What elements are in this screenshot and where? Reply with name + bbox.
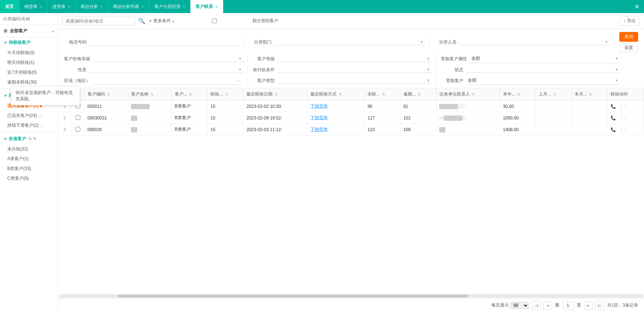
sort-icon-person[interactable]: ⇅ <box>472 92 475 96</box>
sort-icon-name[interactable]: ⇅ <box>150 92 153 96</box>
tab-analysis-list[interactable]: 商品分析列表 × <box>108 0 149 13</box>
next-page-button[interactable]: ▶ <box>584 301 593 310</box>
manager-more[interactable]: ··· <box>610 40 616 45</box>
sidebar-item-tomorrow[interactable]: 明天待联络(1) <box>0 58 58 68</box>
close-tab-purchase[interactable]: × <box>68 4 70 9</box>
window-close-button[interactable]: ✕ <box>629 0 644 13</box>
per-page-select[interactable]: 50 100 200 <box>510 302 529 309</box>
my-customers-checkbox[interactable] <box>178 19 251 23</box>
phone-input[interactable] <box>89 39 240 46</box>
sort-icon-method[interactable]: ⇅ <box>339 92 342 96</box>
sidebar-item-b-class[interactable]: B类客户(33) <box>0 164 58 174</box>
scroll-thumb[interactable] <box>118 295 467 297</box>
row-check-1[interactable] <box>71 112 84 124</box>
sidebar-item-7days[interactable]: 近7天待联络(0) <box>0 68 58 77</box>
close-tab-sales[interactable]: × <box>40 4 42 9</box>
prev-page-button[interactable]: ◀ <box>543 301 552 310</box>
action-more-icon-0[interactable]: ⋮⋮ <box>619 104 628 109</box>
price-grade-select[interactable]: ▼ <box>93 56 243 62</box>
sort-icon-contact[interactable]: ⇅ <box>225 92 228 96</box>
my-customers-checkbox-label[interactable]: 我分管的客户 <box>178 18 278 24</box>
first-page-button[interactable]: |◀ <box>532 301 540 310</box>
sort-icon-type[interactable]: ⇅ <box>189 92 192 96</box>
filter-payment: 收付款条件 ▼ <box>252 66 431 73</box>
action-phone-icon-0[interactable]: 📞 <box>611 104 616 109</box>
row-last-method-1[interactable]: 下销货单 <box>307 112 365 124</box>
horizontal-scrollbar[interactable] <box>58 294 644 298</box>
close-tab-analysis[interactable]: × <box>100 4 102 9</box>
sidebar-search-input[interactable] <box>3 16 57 21</box>
sidebar-item-today[interactable]: 今天待联络(0) <box>0 48 58 58</box>
arrow-icon-3: ▼ <box>4 137 7 141</box>
row-last-month-1 <box>536 112 572 124</box>
sort-icon-overdue[interactable]: ⇅ <box>418 92 420 96</box>
region-select[interactable]: ··· <box>93 77 243 85</box>
refresh-icon[interactable]: ↻ <box>28 137 32 141</box>
status-select[interactable]: ▼ <box>466 66 620 73</box>
action-more-icon-1[interactable]: ⋮⋮ <box>619 116 628 121</box>
close-tab-customer-layer[interactable]: × <box>183 4 185 9</box>
payment-select[interactable]: ▼ <box>278 66 431 73</box>
per-page-selector: 每页显示 50 100 200 <box>491 302 529 309</box>
tab-customer-contact[interactable]: 客户联系 × <box>190 0 223 13</box>
query-button[interactable]: 查询 <box>619 32 638 42</box>
grade-select[interactable]: ▼ <box>278 56 431 62</box>
sidebar-section-value-header[interactable]: ▼ 价值客户 ↻ ✎ <box>0 134 58 144</box>
sidebar-item-churned[interactable]: 已流失客户(24) ⓘ <box>0 111 58 121</box>
more-conditions-button[interactable]: ▼ 更多条件 ▲ <box>148 18 175 24</box>
customer-type-arrow: ▼ <box>427 78 430 82</box>
region-more[interactable]: ··· <box>235 78 242 83</box>
row-actions-0[interactable]: 📞 ⋮⋮ <box>607 101 644 112</box>
row-actions-1[interactable]: 📞 ⋮⋮ <box>607 112 644 124</box>
action-more-icon-2[interactable]: ⋮⋮ <box>619 127 628 132</box>
dept-select[interactable]: ▼ <box>274 39 425 45</box>
close-tab-analysis-list[interactable]: × <box>141 4 144 9</box>
tab-customer-layer[interactable]: 客户分层经营 × <box>149 0 190 13</box>
sort-icon-this-year[interactable]: ⇅ <box>517 92 520 96</box>
last-page-button[interactable]: ▶| <box>596 301 604 310</box>
sort-icon-last-month[interactable]: ⇅ <box>553 92 556 96</box>
row-code-1: 00030031 <box>84 112 128 124</box>
close-tab-customer-contact[interactable]: × <box>215 4 217 9</box>
manager-select[interactable]: ▼ <box>459 39 610 45</box>
sidebar-search-box[interactable]: 🔍 <box>0 13 58 25</box>
arrow-icon-2: ▼ <box>4 94 7 98</box>
row-check-2[interactable] <box>71 124 84 135</box>
row-last-method-2[interactable]: 下销货单 <box>307 124 365 135</box>
filter-dept: 分管部门 ▼ <box>249 39 425 45</box>
sort-icon-this-month[interactable]: ⇅ <box>589 92 592 96</box>
row-last-month-2 <box>536 124 572 135</box>
search-input[interactable] <box>63 17 135 25</box>
sidebar-item-overdue[interactable]: 逾期未联络(30) <box>0 77 58 87</box>
tab-analysis[interactable]: 商品分析 × <box>76 0 108 13</box>
customer-type-select[interactable]: ▼ <box>278 77 431 84</box>
row-last-method-0[interactable]: 下销货单 <box>307 101 365 112</box>
search-button[interactable]: 🔍 <box>138 17 145 24</box>
total-info: 共1页，3条记录 <box>607 302 638 308</box>
sort-icon-code[interactable]: ⇅ <box>107 92 110 96</box>
export-button[interactable]: ↑ 导出 <box>619 16 640 26</box>
action-phone-icon-2[interactable]: 📞 <box>611 127 616 132</box>
tab-purchase[interactable]: 进货单 × <box>47 0 75 13</box>
edit-icon[interactable]: ✎ <box>33 137 36 141</box>
row-actions-2[interactable]: 📞 ⋮⋮ <box>607 124 644 135</box>
sidebar-item-a-class[interactable]: A类客户(1) <box>0 154 58 164</box>
sidebar-item-c-class[interactable]: C类客户(6) <box>0 174 58 183</box>
retail-customer-select[interactable]: 全部 ▼ <box>466 76 620 85</box>
page-input[interactable] <box>562 301 574 309</box>
action-phone-icon-1[interactable]: 📞 <box>611 116 616 121</box>
sidebar-item-ungrouped[interactable]: 未分组(32) <box>0 144 58 154</box>
row-name-1: ██ <box>128 112 172 124</box>
settings-button[interactable]: 设置 <box>619 43 638 52</box>
sort-icon-not-contacted[interactable]: ⇅ <box>382 92 385 96</box>
sidebar-all-customers[interactable]: ⊞ 全部客户 « <box>0 25 58 37</box>
last-month-col-header: 上月... ⇅ <box>536 88 572 101</box>
nature-select[interactable]: ▼ <box>89 66 243 73</box>
tab-home[interactable]: 首页 <box>0 0 19 13</box>
sidebar-item-declining[interactable]: 持续下滑客户(2) ⓘ <box>0 121 58 130</box>
sort-icon-date[interactable]: ⇅ <box>274 92 277 96</box>
tab-sales[interactable]: 销货单 × <box>19 0 47 13</box>
retail-attr-select[interactable]: 全部 ▼ <box>470 54 620 63</box>
sidebar-section-pending-header[interactable]: ▼ 待联络客户 <box>0 37 58 48</box>
row-not-contacted-1: 117 <box>365 112 401 124</box>
